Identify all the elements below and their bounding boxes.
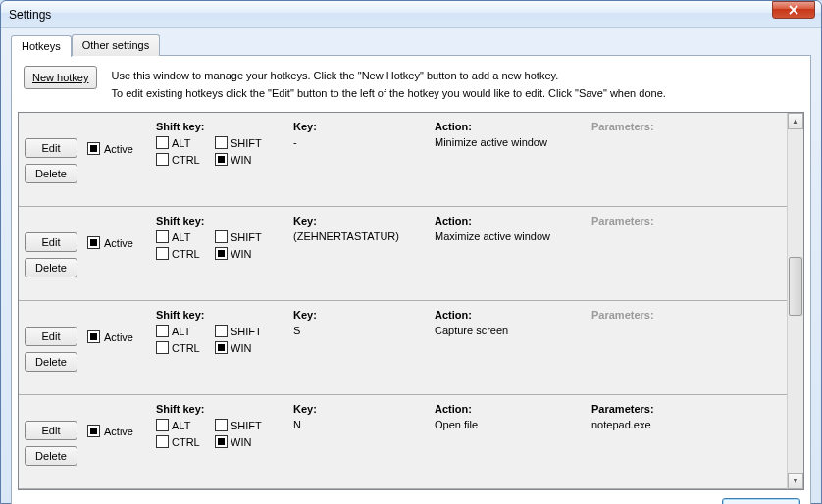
shift-label: SHIFT — [231, 137, 262, 149]
ctrl-checkbox[interactable] — [156, 435, 169, 448]
win-checkbox[interactable] — [215, 341, 228, 354]
edit-button[interactable]: Edit — [25, 138, 77, 158]
active-cell: Active — [87, 121, 156, 196]
parameters-cell: Parameters: — [591, 121, 781, 196]
action-value: Minimize active window — [435, 136, 591, 148]
footer: Close — [18, 490, 804, 504]
hotkey-list: EditDeleteActiveShift key:ALTSHIFTCTRLWI… — [18, 112, 804, 490]
action-value: Maximize active window — [435, 230, 591, 242]
alt-label: ALT — [172, 137, 190, 149]
tab-hotkeys[interactable]: Hotkeys — [11, 35, 72, 57]
alt-label: ALT — [172, 326, 190, 337]
ctrl-label: CTRL — [172, 248, 200, 260]
shiftkey-grid: ALTSHIFTCTRLWIN — [156, 136, 293, 166]
active-label: Active — [104, 143, 133, 155]
hotkey-list-scroll: EditDeleteActiveShift key:ALTSHIFTCTRLWI… — [19, 113, 787, 489]
shiftkey-label: Shift key: — [156, 215, 293, 227]
edit-button[interactable]: Edit — [25, 327, 77, 346]
action-value: Open file — [435, 419, 591, 430]
action-cell: Action:Minimize active window — [435, 121, 591, 196]
shiftkey-cell: Shift key:ALTSHIFTCTRLWIN — [156, 403, 293, 479]
ctrl-checkbox[interactable] — [156, 247, 169, 260]
shift-checkbox[interactable] — [215, 136, 228, 149]
shift-checkbox[interactable] — [215, 419, 228, 431]
close-icon — [789, 5, 798, 15]
delete-button[interactable]: Delete — [25, 164, 77, 183]
shiftkey-label: Shift key: — [156, 403, 293, 415]
hotkey-row: EditDeleteActiveShift key:ALTSHIFTCTRLWI… — [19, 301, 787, 395]
win-checkbox[interactable] — [215, 247, 228, 260]
parameters-label: Parameters: — [591, 215, 781, 227]
key-cell: Key:(ZEHNERTASTATUR) — [293, 215, 435, 290]
shiftkey-label: Shift key: — [156, 309, 293, 321]
key-value: (ZEHNERTASTATUR) — [293, 230, 435, 242]
active-label: Active — [104, 331, 133, 343]
close-button[interactable]: Close — [722, 498, 800, 504]
key-label: Key: — [293, 121, 435, 132]
tab-other-settings[interactable]: Other settings — [72, 34, 160, 56]
key-value: S — [293, 325, 435, 336]
alt-checkbox[interactable] — [156, 325, 169, 337]
shift-checkbox[interactable] — [215, 325, 228, 337]
scroll-thumb[interactable] — [789, 257, 802, 316]
win-label: WIN — [231, 436, 251, 448]
row-buttons: EditDelete — [25, 403, 87, 479]
scroll-down-button[interactable]: ▼ — [788, 473, 803, 489]
active-checkbox[interactable] — [87, 142, 100, 155]
win-checkbox[interactable] — [215, 435, 228, 448]
edit-button[interactable]: Edit — [25, 421, 77, 440]
delete-button[interactable]: Delete — [25, 446, 77, 466]
action-label: Action: — [435, 121, 591, 132]
shiftkey-label: Shift key: — [156, 121, 293, 132]
action-label: Action: — [435, 309, 591, 321]
active-checkbox[interactable] — [87, 425, 100, 437]
active-checkbox[interactable] — [87, 330, 100, 343]
ctrl-checkbox[interactable] — [156, 341, 169, 354]
key-cell: Key:N — [293, 403, 435, 479]
window-title: Settings — [7, 8, 815, 22]
hotkey-row: EditDeleteActiveShift key:ALTSHIFTCTRLWI… — [19, 113, 787, 207]
active-label: Active — [104, 237, 133, 249]
scroll-track[interactable] — [788, 129, 803, 473]
intro-text: Use this window to manage your hotkeys. … — [111, 66, 665, 102]
row-buttons: EditDelete — [25, 121, 87, 196]
shiftkey-cell: Shift key:ALTSHIFTCTRLWIN — [156, 215, 293, 290]
win-label: WIN — [231, 154, 251, 166]
shift-label: SHIFT — [231, 326, 262, 337]
alt-label: ALT — [172, 231, 190, 243]
parameters-label: Parameters: — [591, 121, 781, 132]
alt-checkbox[interactable] — [156, 136, 169, 149]
parameters-cell: Parameters:notepad.exe — [591, 403, 781, 479]
edit-button[interactable]: Edit — [25, 232, 77, 252]
parameters-label: Parameters: — [591, 403, 781, 415]
key-cell: Key:- — [293, 121, 435, 196]
scroll-up-button[interactable]: ▲ — [788, 113, 803, 129]
vertical-scrollbar[interactable]: ▲ ▼ — [787, 113, 803, 489]
key-value: N — [293, 419, 435, 430]
shift-checkbox[interactable] — [215, 230, 228, 243]
delete-button[interactable]: Delete — [25, 258, 77, 277]
win-checkbox[interactable] — [215, 153, 228, 166]
hotkey-row: EditDeleteActiveShift key:ALTSHIFTCTRLWI… — [19, 207, 787, 301]
ctrl-label: CTRL — [172, 436, 200, 448]
key-label: Key: — [293, 215, 435, 227]
content-area: Hotkeys Other settings New hotkey Use th… — [1, 28, 821, 503]
new-hotkey-button[interactable]: New hotkey — [24, 66, 97, 89]
win-label: WIN — [231, 342, 251, 354]
alt-checkbox[interactable] — [156, 419, 169, 431]
delete-button[interactable]: Delete — [25, 352, 77, 372]
window-close-button[interactable] — [772, 1, 815, 19]
shiftkey-cell: Shift key:ALTSHIFTCTRLWIN — [156, 309, 293, 384]
active-label: Active — [104, 426, 133, 437]
active-checkbox[interactable] — [87, 236, 100, 249]
shiftkey-cell: Shift key:ALTSHIFTCTRLWIN — [156, 121, 293, 196]
action-cell: Action:Capture screen — [435, 309, 591, 384]
intro-line1: Use this window to manage your hotkeys. … — [111, 68, 665, 85]
action-label: Action: — [435, 215, 591, 227]
tab-panel-hotkeys: New hotkey Use this window to manage you… — [11, 55, 811, 504]
alt-checkbox[interactable] — [156, 230, 169, 243]
settings-window: Settings Hotkeys Other settings New hotk… — [0, 0, 822, 504]
titlebar[interactable]: Settings — [1, 1, 821, 28]
alt-label: ALT — [172, 420, 190, 431]
ctrl-checkbox[interactable] — [156, 153, 169, 166]
